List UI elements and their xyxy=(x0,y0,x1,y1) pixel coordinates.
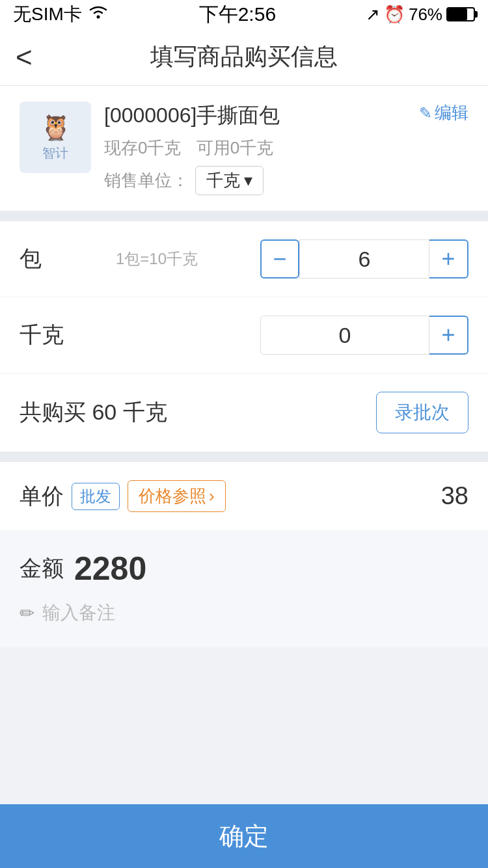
page-title: 填写商品购买信息 xyxy=(150,41,338,73)
confirm-button[interactable]: 确定 xyxy=(0,804,488,868)
nav-bar: < 填写商品购买信息 xyxy=(0,29,488,86)
form-row-kg: 千克 + xyxy=(0,297,488,373)
divider-1 xyxy=(0,211,488,221)
amount-label: 金额 xyxy=(20,554,64,584)
record-batch-button[interactable]: 录批次 xyxy=(376,392,468,433)
alarm-icon: ⏰ xyxy=(384,5,405,25)
pencil-icon: ✏ xyxy=(20,603,34,624)
amount-value: 2280 xyxy=(74,550,146,588)
price-ref-button[interactable]: 价格参照 › xyxy=(128,480,226,512)
carrier-text: 无SIM卡 xyxy=(13,2,82,27)
product-card: 🦉 智计 [0000006]手撕面包 ✎ 编辑 现存0千克 可用0千克 销售单位… xyxy=(0,86,488,211)
price-value: 38 xyxy=(441,482,468,510)
product-stock: 现存0千克 可用0千克 xyxy=(104,137,468,159)
product-thumbnail: 🦉 智计 xyxy=(20,102,91,173)
unit-selector[interactable]: 千克 ▾ xyxy=(195,166,264,195)
price-type-tag: 批发 xyxy=(72,483,120,510)
note-row[interactable]: ✏ 输入备注 xyxy=(20,601,468,625)
edit-button[interactable]: ✎ 编辑 xyxy=(419,102,468,124)
price-label: 单价 xyxy=(20,481,64,511)
location-icon: ↗ xyxy=(366,5,380,25)
chevron-right-icon: › xyxy=(209,486,215,506)
wifi-icon xyxy=(87,4,109,25)
summary-text: 共购买 60 千克 xyxy=(20,398,167,427)
amount-row: 金额 2280 xyxy=(20,550,468,588)
svg-point-0 xyxy=(96,16,100,19)
bao-plus-button[interactable]: + xyxy=(429,239,468,278)
battery-icon xyxy=(446,7,475,21)
edit-icon: ✎ xyxy=(419,104,432,122)
note-placeholder: 输入备注 xyxy=(42,601,115,625)
label-kg: 千克 xyxy=(20,320,111,350)
bao-minus-button[interactable]: − xyxy=(260,239,299,278)
status-bar: 无SIM卡 下午2:56 ↗ ⏰ 76% xyxy=(0,0,488,29)
battery-percent: 76% xyxy=(409,5,442,25)
edit-label: 编辑 xyxy=(435,102,468,124)
status-left: 无SIM卡 xyxy=(13,2,109,27)
bao-controls: − + xyxy=(260,239,468,278)
price-section: 单价 批发 价格参照 › 38 xyxy=(0,462,488,530)
summary-row: 共购买 60 千克 录批次 xyxy=(0,373,488,452)
form-row-bao: 包 1包=10千克 − + xyxy=(0,221,488,297)
bao-input[interactable] xyxy=(299,239,429,278)
chevron-down-icon: ▾ xyxy=(244,170,252,191)
divider-2 xyxy=(0,452,488,462)
product-name: [0000006]手撕面包 xyxy=(104,102,280,130)
status-right: ↗ ⏰ 76% xyxy=(366,5,475,25)
amount-section: 金额 2280 ✏ 输入备注 xyxy=(0,530,488,647)
product-unit: 销售单位： 千克 ▾ xyxy=(104,166,468,195)
back-button[interactable]: < xyxy=(16,43,33,72)
time-text: 下午2:56 xyxy=(199,1,276,28)
owl-icon: 🦉 xyxy=(40,113,71,142)
kg-input[interactable] xyxy=(260,316,429,355)
hint-bao: 1包=10千克 xyxy=(116,249,198,269)
kg-plus-button[interactable]: + xyxy=(429,316,468,355)
kg-controls: + xyxy=(260,316,468,355)
thumb-label: 智计 xyxy=(42,144,68,162)
label-bao: 包 xyxy=(20,244,111,274)
form-section: 包 1包=10千克 − + 千克 + xyxy=(0,221,488,373)
product-info: [0000006]手撕面包 ✎ 编辑 现存0千克 可用0千克 销售单位： 千克 … xyxy=(104,102,468,195)
